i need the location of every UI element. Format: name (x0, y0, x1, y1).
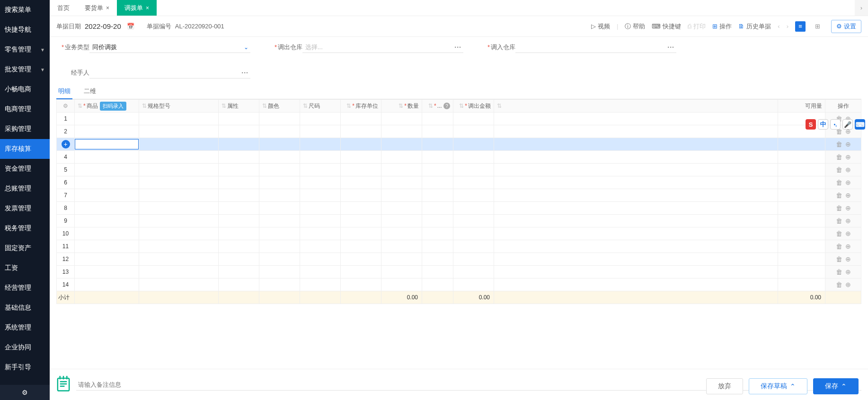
sidebar-item[interactable]: 小畅电商 (0, 79, 50, 99)
tabs-expand[interactable]: › (855, 0, 868, 16)
more-icon[interactable]: ··· (667, 43, 674, 51)
sidebar-item[interactable]: 零售管理▼ (0, 40, 50, 60)
sidebar-item[interactable]: 发票管理 (0, 199, 50, 218)
sidebar-item[interactable]: 基础信息 (0, 298, 50, 318)
col-qty[interactable]: ⇅*数量 (381, 100, 422, 113)
tab[interactable]: 首页 (50, 0, 77, 16)
delete-row-icon[interactable]: 🗑 (836, 268, 842, 276)
tab[interactable]: 调拨单× (117, 0, 157, 16)
history-button[interactable]: 🗎历史单据 (738, 22, 771, 31)
col-avail[interactable]: 可用量 (778, 100, 825, 113)
delete-row-icon[interactable]: 🗑 (836, 153, 842, 161)
delete-row-icon[interactable]: 🗑 (836, 230, 842, 237)
table-row[interactable]: 7🗑⊕ (57, 189, 861, 202)
delete-row-icon[interactable]: 🗑 (836, 204, 842, 212)
sidebar-settings[interactable]: ⚙ (0, 385, 50, 400)
sidebar-item[interactable]: 总账管理 (0, 179, 50, 199)
sidebar-item[interactable]: 资金管理 (0, 159, 50, 179)
delete-row-icon[interactable]: 🗑 (836, 217, 842, 225)
sidebar-item[interactable]: 搜索菜单 (0, 0, 50, 20)
discard-button[interactable]: 放弃 (706, 378, 743, 394)
shortcut-button[interactable]: ⌨快捷键 (652, 22, 681, 31)
delete-row-icon[interactable]: 🗑 (836, 166, 842, 174)
video-button[interactable]: ▷视频 (591, 22, 610, 31)
insert-row-icon[interactable]: ⊕ (845, 166, 851, 174)
setting-button[interactable]: ⚙设置 (831, 20, 861, 33)
sidebar-item[interactable]: 库存核算 (0, 139, 50, 159)
ime-mic-icon[interactable]: 🎤 (842, 119, 853, 130)
table-row[interactable]: 2🗑⊕ (57, 125, 861, 138)
col-spec[interactable]: ⇅规格型号 (139, 100, 219, 113)
table-row[interactable]: 14🗑⊕ (57, 278, 861, 291)
table-row[interactable]: 8🗑⊕ (57, 202, 861, 215)
more-icon[interactable]: ··· (454, 43, 461, 51)
calendar-icon[interactable]: 📅 (127, 23, 134, 30)
view-mode-grid-icon[interactable]: ⊞ (812, 21, 823, 32)
sidebar-item[interactable]: 企业协同 (0, 338, 50, 357)
scan-input-button[interactable]: 扫码录入 (100, 102, 126, 111)
sidebar-item[interactable]: 新手引导 (0, 357, 50, 377)
handler-input[interactable] (89, 67, 250, 78)
prev-record-button[interactable]: ‹ (778, 23, 779, 30)
in-warehouse-input[interactable] (515, 42, 676, 53)
insert-row-icon[interactable]: ⊕ (845, 179, 851, 186)
table-row[interactable]: 5🗑⊕ (57, 164, 861, 176)
table-row[interactable]: 12🗑⊕ (57, 253, 861, 266)
sidebar-item[interactable]: 电商管理 (0, 99, 50, 119)
delete-row-icon[interactable]: 🗑 (836, 255, 842, 263)
product-cell-input[interactable] (75, 139, 139, 149)
view-mode-list-icon[interactable]: ≡ (795, 21, 806, 32)
operate-button[interactable]: ⊞操作 (712, 22, 732, 31)
ime-lang-icon[interactable]: 中 (818, 119, 828, 130)
col-price[interactable]: ⇅*... ? (422, 100, 453, 113)
insert-row-icon[interactable]: ⊕ (845, 191, 851, 199)
out-warehouse-input[interactable] (302, 42, 463, 53)
date-value[interactable]: 2022-09-20 (85, 22, 121, 30)
table-row[interactable]: 10🗑⊕ (57, 227, 861, 240)
print-button[interactable]: ⎙打印 (688, 22, 706, 31)
biz-type-input[interactable] (89, 42, 250, 53)
save-draft-button[interactable]: 保存草稿⌃ (749, 378, 807, 394)
insert-row-icon[interactable]: ⊕ (845, 204, 851, 212)
sidebar-item[interactable]: 批发管理▼ (0, 60, 50, 79)
next-record-button[interactable]: › (787, 23, 788, 30)
close-icon[interactable]: × (146, 5, 149, 11)
insert-row-icon[interactable]: ⊕ (845, 230, 851, 237)
delete-row-icon[interactable]: 🗑 (836, 191, 842, 199)
ime-punct-icon[interactable]: •, (830, 119, 841, 130)
insert-row-icon[interactable]: ⊕ (845, 140, 851, 148)
sidebar-item[interactable]: 系统管理 (0, 318, 50, 338)
insert-row-icon[interactable]: ⊕ (845, 268, 851, 276)
col-color[interactable]: ⇅颜色 (259, 100, 300, 113)
table-row[interactable]: +🗑⊕ (57, 138, 861, 151)
insert-row-icon[interactable]: ⊕ (845, 217, 851, 225)
ime-keyboard-icon[interactable]: ⌨ (855, 119, 865, 130)
col-size[interactable]: ⇅尺码 (300, 100, 341, 113)
delete-row-icon[interactable]: 🗑 (836, 179, 842, 186)
table-row[interactable]: 4🗑⊕ (57, 151, 861, 164)
insert-row-icon[interactable]: ⊕ (845, 153, 851, 161)
subtab-detail[interactable]: 明细 (56, 84, 72, 99)
col-unit[interactable]: ⇅*库存单位 (341, 100, 381, 113)
sogou-icon[interactable]: S (806, 119, 816, 130)
table-row[interactable]: 9🗑⊕ (57, 215, 861, 227)
insert-row-icon[interactable]: ⊕ (845, 255, 851, 263)
table-row[interactable]: 13🗑⊕ (57, 266, 861, 278)
subtab-matrix[interactable]: 二维 (82, 84, 98, 99)
insert-row-icon[interactable]: ⊕ (845, 243, 851, 250)
col-amount[interactable]: ⇅*调出金额 (453, 100, 494, 113)
close-icon[interactable]: × (106, 5, 109, 11)
sidebar-item[interactable]: 采购管理 (0, 119, 50, 139)
save-button[interactable]: 保存⌃ (813, 378, 859, 394)
sidebar-item[interactable]: 快捷导航 (0, 20, 50, 40)
sidebar-item[interactable]: 工资 (0, 258, 50, 278)
table-row[interactable]: 11🗑⊕ (57, 240, 861, 253)
col-attr[interactable]: ⇅属性 (219, 100, 259, 113)
tab[interactable]: 要货单× (77, 0, 117, 16)
more-icon[interactable]: ··· (241, 69, 248, 77)
insert-row-icon[interactable]: ⊕ (845, 281, 851, 288)
table-row[interactable]: 1🗑⊕ (57, 113, 861, 125)
delete-row-icon[interactable]: 🗑 (836, 281, 842, 288)
help-button[interactable]: ⓘ帮助 (625, 22, 645, 31)
add-row-button[interactable]: + (62, 140, 70, 148)
